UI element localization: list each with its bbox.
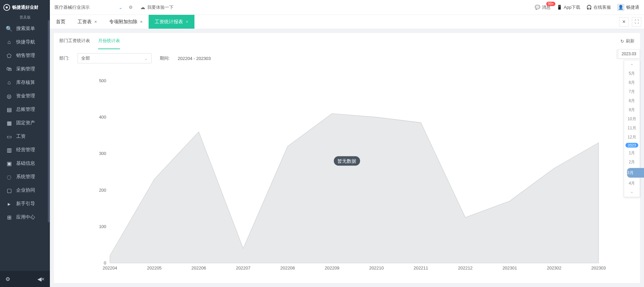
sidebar-item-2[interactable]: ⬠销售管理	[0, 49, 50, 62]
month-picker-header[interactable]: 2023.03	[618, 49, 640, 59]
month-picker-down-icon[interactable]: ⌄	[624, 188, 640, 195]
sidebar-item-8[interactable]: ▭工资	[0, 130, 50, 143]
svg-text:400: 400	[99, 115, 106, 120]
svg-text:202207: 202207	[236, 265, 250, 270]
month-picker-item[interactable]: 7月	[624, 87, 640, 96]
subtab-1[interactable]: 月份统计表	[98, 33, 120, 49]
sidebar-item-label: 采购管理	[16, 66, 35, 72]
svg-text:202206: 202206	[191, 265, 206, 270]
close-all-tabs-button[interactable]: ✕	[619, 17, 628, 27]
sidebar-item-11[interactable]: ◌系统管理	[0, 170, 50, 184]
sidebar-item-4[interactable]: ⌂库存核算	[0, 76, 50, 89]
refresh-label: 刷新	[626, 38, 635, 44]
sidebar-item-label: 总账管理	[16, 106, 35, 113]
sidebar: 畅捷通好业财 普及版 🔍搜索菜单⌂快捷导航⬠销售管理🛍采购管理⌂库存核算◎资金管…	[0, 0, 50, 287]
sidebar-item-13[interactable]: ▸新手引导	[0, 197, 50, 211]
subtab-0[interactable]: 部门工资统计表	[59, 33, 90, 49]
guide-icon: ▸	[6, 201, 12, 207]
month-picker-item[interactable]: 12月	[624, 133, 640, 142]
sidebar-item-10[interactable]: ▣基础信息	[0, 157, 50, 170]
month-picker-item[interactable]: 9月	[624, 105, 640, 115]
svg-text:202209: 202209	[325, 265, 339, 270]
user-menu[interactable]: 👤畅捷通	[617, 4, 639, 11]
refresh-button[interactable]: ↻ 刷新	[620, 38, 635, 44]
svg-text:300: 300	[99, 151, 106, 156]
bag-icon: 🛍	[6, 66, 12, 72]
svg-text:202301: 202301	[502, 265, 517, 270]
topbar-right: 💬消息99+📱App下载🎧在线客服👤畅捷通	[535, 4, 639, 11]
dept-value: 全部	[81, 55, 90, 61]
sidebar-item-9[interactable]: ▥经营管理	[0, 143, 50, 157]
msg-icon: 💬	[535, 5, 540, 10]
tab-label: 专项附加扣除	[109, 19, 137, 25]
tab-1[interactable]: 工资表×	[71, 15, 103, 29]
svg-text:202204: 202204	[102, 265, 117, 270]
content-area: 部门工资统计表月份统计表 ↻ 刷新 部门: 全部 ⌄ 期间: 202204 - …	[50, 29, 644, 287]
settings-icon[interactable]: ⚙	[5, 276, 10, 282]
tab-label: 首页	[56, 19, 65, 25]
close-icon[interactable]: ×	[186, 19, 188, 24]
svg-text:暂无数据: 暂无数据	[338, 158, 357, 164]
box-icon: ⌂	[6, 79, 12, 86]
sidebar-item-12[interactable]: ▢企业协同	[0, 184, 50, 197]
tab-0[interactable]: 首页	[50, 15, 71, 29]
badge: 99+	[546, 2, 555, 6]
sidebar-item-0[interactable]: 🔍搜索菜单	[0, 22, 50, 35]
close-icon[interactable]: ×	[140, 19, 143, 24]
brand-icon	[3, 4, 10, 11]
chevron-down-icon: ⌄	[119, 5, 123, 10]
sidebar-item-label: 应用中心	[16, 214, 35, 220]
sidebar-item-3[interactable]: 🛍采购管理	[0, 62, 50, 76]
report-card: 部门工资统计表月份统计表 ↻ 刷新 部门: 全部 ⌄ 期间: 202204 - …	[54, 33, 640, 283]
sidebar-item-label: 快捷导航	[16, 39, 35, 45]
month-picker-year: 2023	[625, 143, 638, 148]
sidebar-item-5[interactable]: ◎资金管理	[0, 89, 50, 103]
topbar-msg[interactable]: 💬消息99+	[535, 4, 551, 10]
sidebar-item-label: 基础信息	[16, 160, 35, 166]
month-picker-item[interactable]: 2月	[624, 158, 640, 167]
svg-text:202303: 202303	[591, 265, 606, 270]
tab-actions: ✕ ⛶	[619, 17, 644, 27]
period-label: 期间:	[160, 55, 170, 61]
svg-text:0: 0	[104, 260, 106, 265]
topbar-app[interactable]: 📱App下载	[557, 4, 580, 10]
try-demo-label: 我要体验一下	[147, 4, 174, 10]
month-picker-item[interactable]: 1月	[624, 149, 640, 158]
tab-3[interactable]: 工资统计报表×	[149, 15, 194, 29]
topbar-cs[interactable]: 🎧在线客服	[586, 4, 611, 10]
area-chart: 0100200300400500202204202205202206202207…	[59, 73, 635, 278]
dept-select[interactable]: 全部 ⌄	[78, 53, 152, 63]
svg-text:100: 100	[99, 224, 106, 229]
org-selector[interactable]: 医疗器械行业演示 ⌄	[55, 4, 123, 10]
sidebar-item-label: 销售管理	[16, 53, 35, 59]
close-icon[interactable]: ×	[94, 19, 97, 24]
month-picker-item[interactable]: 3月	[627, 168, 644, 178]
org-settings-icon[interactable]: ⚙	[129, 5, 133, 10]
month-picker-item[interactable]: 8月	[624, 96, 640, 105]
try-demo-link[interactable]: ☁ 我要体验一下	[140, 4, 174, 10]
sidebar-item-14[interactable]: ⊞应用中心	[0, 211, 50, 224]
month-picker-up-icon[interactable]: ⌃	[624, 62, 640, 69]
sidebar-item-1[interactable]: ⌂快捷导航	[0, 35, 50, 49]
tab-label: 工资表	[78, 19, 92, 25]
month-picker-item[interactable]: 11月	[624, 124, 640, 133]
chart-area: 0100200300400500202204202205202206202207…	[59, 73, 635, 278]
tab-2[interactable]: 专项附加扣除×	[103, 15, 149, 29]
month-picker-item[interactable]: 5月	[624, 69, 640, 78]
biz-icon: ▥	[6, 147, 12, 153]
svg-text:200: 200	[99, 188, 106, 193]
svg-text:202212: 202212	[458, 265, 472, 270]
coin-icon: ◎	[6, 93, 12, 99]
sidebar-item-label: 固定资产	[16, 120, 35, 126]
month-picker-item[interactable]: 6月	[624, 78, 640, 87]
fullscreen-button[interactable]: ⛶	[632, 17, 641, 27]
wallet-icon: ▭	[6, 133, 12, 139]
month-picker-panel: ⌃ 5月6月7月8月9月10月11月12月20231月2月3月4月⌄	[624, 60, 640, 197]
month-picker-item[interactable]: 4月	[624, 179, 640, 188]
month-picker-item[interactable]: 10月	[624, 115, 640, 124]
collab-icon: ▢	[6, 187, 12, 193]
sys-icon: ◌	[6, 174, 12, 180]
sidebar-item-7[interactable]: ▦固定资产	[0, 116, 50, 130]
sidebar-item-6[interactable]: ▤总账管理	[0, 103, 50, 116]
collapse-sidebar-icon[interactable]: ◀×	[37, 276, 44, 282]
